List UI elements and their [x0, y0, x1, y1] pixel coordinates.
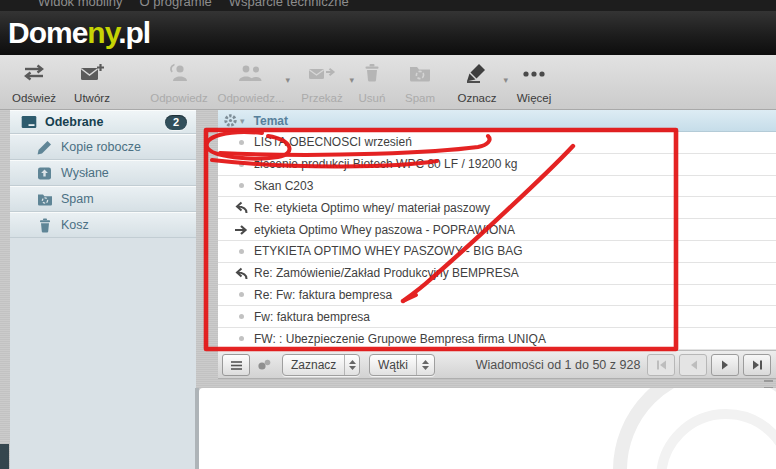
inbox-icon — [20, 115, 37, 130]
message-row[interactable]: Re: Fw: faktura bempresa — [218, 285, 776, 307]
unread-dot-icon — [232, 292, 250, 297]
message-subject: zlecenie produkcji Biotech WPC 80 LF / 1… — [254, 157, 517, 171]
message-row[interactable]: etykieta Optimo Whey paszowa - POPRAWION… — [218, 219, 776, 241]
reply-all-label: Odpowiedz... — [213, 92, 289, 104]
message-subject: ETYKIETA OPTIMO WHEY PASZOWY - BIG BAG — [254, 244, 523, 258]
drafts-pencil-icon — [36, 140, 53, 155]
sidebar-item-label: Kopie robocze — [61, 140, 141, 154]
conversation-toggle-icon[interactable] — [256, 357, 273, 375]
reply-all-button[interactable]: ▾ Odpowiedz... — [213, 59, 289, 105]
mail-toolbar: Odśwież Utwórz Odpowiedz ▾ Odpowiedz... — [0, 55, 776, 110]
gear-icon — [223, 113, 238, 128]
sent-icon — [36, 166, 53, 181]
next-page-icon — [721, 360, 730, 370]
sidebar-item-label: Kosz — [61, 218, 89, 232]
first-page-button[interactable] — [647, 354, 675, 376]
sidebar-item-label: Spam — [61, 192, 94, 206]
refresh-icon — [6, 59, 62, 91]
message-list-header: ▾ Temat — [218, 110, 776, 132]
replied-arrow-icon — [232, 201, 250, 214]
threads-dropdown-label: Wątki — [370, 358, 416, 372]
message-subject: Fw: faktura bempresa — [254, 310, 370, 324]
unread-count-badge: 2 — [165, 115, 187, 130]
compose-button[interactable]: Utwórz — [62, 59, 122, 105]
sidebar-item-spam[interactable]: Spam — [10, 186, 196, 212]
unread-dot-icon — [232, 336, 250, 341]
unread-dot-icon — [232, 162, 250, 167]
reply-all-icon — [213, 59, 289, 91]
mark-label: Oznacz — [447, 92, 507, 104]
compose-label: Utwórz — [62, 92, 122, 104]
message-subject: Skan C203 — [254, 179, 313, 193]
message-row[interactable]: Skan C203 — [218, 176, 776, 198]
sidebar-item-trash[interactable]: Kosz — [10, 212, 196, 238]
message-subject: LISTA OBECNOSCI wrzesień — [254, 135, 412, 149]
message-subject: etykieta Optimo Whey paszowa - POPRAWION… — [254, 223, 515, 237]
unread-dot-icon — [232, 249, 250, 254]
sidebar-item-drafts[interactable]: Kopie robocze — [10, 134, 196, 160]
trash-icon — [36, 218, 53, 233]
list-view-options-button[interactable] — [222, 354, 250, 376]
message-row[interactable]: ETYKIETA OPTIMO WHEY PASZOWY - BIG BAG — [218, 241, 776, 263]
prev-page-button[interactable] — [679, 354, 707, 376]
delete-label: Usuń — [351, 92, 393, 104]
compose-icon — [62, 59, 122, 91]
link-about[interactable]: O programie — [140, 0, 212, 9]
trash-icon — [351, 59, 393, 91]
reply-all-caret-icon: ▾ — [285, 75, 290, 85]
message-row[interactable]: zlecenie produkcji Biotech WPC 80 LF / 1… — [218, 154, 776, 176]
list-icon — [230, 360, 243, 371]
link-mobile-view[interactable]: Widok mobilny — [38, 0, 123, 9]
select-messages-dropdown[interactable]: Zaznacz — [282, 354, 360, 376]
forward-button[interactable]: ▾ Przekaż — [291, 59, 353, 105]
refresh-label: Odśwież — [6, 92, 62, 104]
message-row[interactable]: LISTA OBECNOSCI wrzesień — [218, 132, 776, 154]
spam-button[interactable]: Spam — [397, 59, 443, 105]
reply-person-icon — [147, 59, 211, 91]
message-subject: Re: Zamówienie/Zakład Produkcyjny BEMPRE… — [254, 266, 519, 280]
forward-mail-icon — [291, 59, 353, 91]
refresh-button[interactable]: Odśwież — [6, 59, 62, 105]
sidebar-item-inbox[interactable]: Odebrane 2 — [10, 110, 196, 134]
logo-highlight: ny — [87, 16, 118, 49]
subject-column-header[interactable]: Temat — [254, 114, 288, 128]
message-row[interactable]: FW: : Ubezpieczenie Grupowe Bempresa fir… — [218, 328, 776, 350]
unread-dot-icon — [232, 314, 250, 319]
spam-label: Spam — [397, 92, 443, 104]
next-page-button[interactable] — [711, 354, 739, 376]
mark-caret-icon: ▾ — [503, 75, 508, 85]
reply-button[interactable]: Odpowiedz — [147, 59, 211, 105]
replied-arrow-icon — [232, 267, 250, 280]
link-support[interactable]: Wsparcie techniczne — [229, 0, 349, 9]
message-row[interactable]: Re: etykieta Optimo whey/ materiał paszo… — [218, 197, 776, 219]
list-options-gear-button[interactable]: ▾ — [223, 113, 245, 128]
sidebar-item-sent[interactable]: Wysłane — [10, 160, 196, 186]
first-page-icon — [656, 360, 667, 370]
unread-dot-icon — [232, 140, 250, 145]
delete-button[interactable]: Usuń — [351, 59, 393, 105]
select-dropdown-label: Zaznacz — [283, 358, 344, 372]
forward-label: Przekaż — [291, 92, 353, 104]
marker-icon — [447, 59, 507, 91]
spam-folder-icon — [36, 192, 53, 206]
mark-button[interactable]: ▾ Oznacz — [447, 59, 507, 105]
preview-pane — [199, 388, 776, 469]
last-page-icon — [752, 360, 763, 370]
forwarded-arrow-icon — [232, 224, 250, 236]
top-nav: Widok mobilny O programie Wsparcie techn… — [0, 0, 776, 11]
sidebar-item-label: Odebrane — [45, 115, 103, 129]
ellipsis-icon — [509, 59, 559, 91]
reply-label: Odpowiedz — [147, 92, 211, 104]
message-row[interactable]: Re: Zamówienie/Zakład Produkcyjny BEMPRE… — [218, 263, 776, 285]
more-label: Więcej — [509, 92, 559, 104]
threads-dropdown[interactable]: Wątki — [369, 354, 435, 376]
logo-bar: Domeny.pl — [0, 11, 776, 55]
sidebar-item-label: Wysłane — [61, 166, 109, 180]
more-button[interactable]: Więcej — [509, 59, 559, 105]
webmail-window: Widok mobilny O programie Wsparcie techn… — [0, 0, 776, 469]
last-page-button[interactable] — [743, 354, 771, 376]
bottom-left-panel-edge — [0, 444, 9, 469]
message-row[interactable]: Fw: faktura bempresa — [218, 306, 776, 328]
message-count-status: Wiadomości od 1 do 50 z 928 — [458, 358, 658, 372]
list-footer-bar: Zaznacz Wątki Wiadomości od 1 do 50 z 92… — [218, 350, 776, 379]
